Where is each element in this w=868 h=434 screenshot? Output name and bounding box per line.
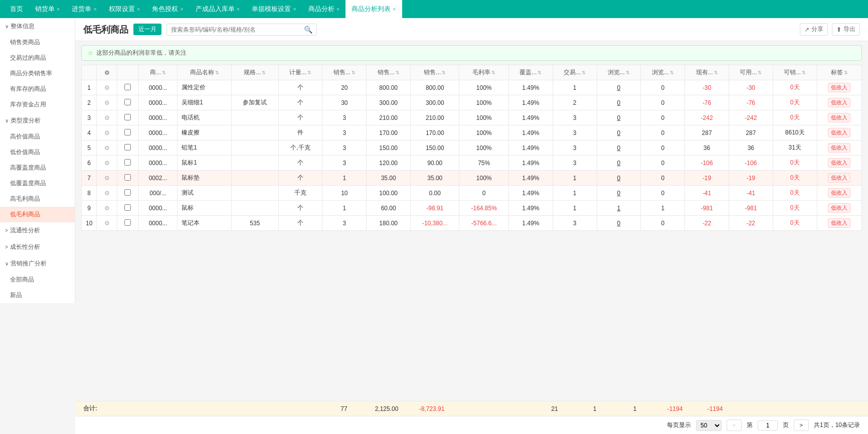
col-header-spec[interactable]: 规格...⇅ bbox=[232, 65, 279, 80]
col-header-gross_margin[interactable]: 毛利率⇅ bbox=[459, 65, 508, 80]
sidebar-item-低价值商品[interactable]: 低价值商品 bbox=[0, 144, 75, 160]
close-icon[interactable]: × bbox=[93, 6, 96, 12]
close-icon[interactable]: × bbox=[336, 6, 339, 12]
prev-page-button[interactable]: ＜ bbox=[727, 419, 742, 431]
close-icon[interactable]: × bbox=[393, 6, 396, 12]
row-browse1[interactable]: 0 bbox=[597, 140, 641, 156]
row-checkbox[interactable] bbox=[117, 156, 138, 171]
row-browse1[interactable]: 0 bbox=[597, 186, 641, 201]
sidebar-item-有库存的商品[interactable]: 有库存的商品 bbox=[0, 81, 75, 97]
total-label: 合计: bbox=[83, 404, 113, 413]
col-header-tag[interactable]: 标签⇅ bbox=[817, 65, 861, 80]
col-header-browse2[interactable]: 浏览...⇅ bbox=[641, 65, 685, 80]
row-checkbox[interactable] bbox=[117, 216, 138, 231]
nav-item-商品分析列表[interactable]: 商品分析列表× bbox=[345, 0, 402, 18]
row-browse1[interactable]: 0 bbox=[597, 171, 641, 186]
group-arrow-icon: > bbox=[5, 228, 8, 233]
row-checkbox-input[interactable] bbox=[124, 144, 131, 151]
row-checkbox-input[interactable] bbox=[124, 84, 131, 90]
row-checkbox[interactable] bbox=[117, 125, 138, 140]
nav-item-角色授权[interactable]: 角色授权× bbox=[146, 0, 189, 18]
sort-icon: ⇅ bbox=[215, 70, 219, 75]
row-browse1[interactable]: 0 bbox=[597, 110, 641, 125]
page-size-select[interactable]: 50 20 100 bbox=[696, 420, 722, 431]
sidebar-group-成长性分析[interactable]: >成长性分析 bbox=[0, 239, 75, 255]
nav-item-销货单[interactable]: 销货单× bbox=[29, 0, 66, 18]
col-header-sellable[interactable]: 可销...⇅ bbox=[773, 65, 817, 80]
sidebar-item-高价值商品[interactable]: 高价值商品 bbox=[0, 129, 75, 144]
row-checkbox-input[interactable] bbox=[124, 129, 131, 135]
row-browse1[interactable]: 0 bbox=[597, 80, 641, 95]
sidebar-item-高覆盖度商品[interactable]: 高覆盖度商品 bbox=[0, 160, 75, 176]
export-button[interactable]: ⬆ 导出 bbox=[832, 23, 860, 36]
row-checkbox-input[interactable] bbox=[124, 204, 131, 211]
close-icon[interactable]: × bbox=[237, 6, 240, 12]
row-browse1[interactable]: 0 bbox=[597, 125, 641, 140]
row-browse1[interactable]: 0 bbox=[597, 216, 641, 231]
sidebar-item-低毛利商品[interactable]: 低毛利商品 bbox=[0, 207, 75, 222]
col-header-current_stock[interactable]: 现有...⇅ bbox=[685, 65, 729, 80]
sidebar-item-高毛利商品[interactable]: 高毛利商品 bbox=[0, 191, 75, 207]
col-header-name[interactable]: 商品名称⇅ bbox=[178, 65, 232, 80]
sidebar-item-库存资金占用[interactable]: 库存资金占用 bbox=[0, 97, 75, 112]
sidebar-item-低覆盖度商品[interactable]: 低覆盖度商品 bbox=[0, 176, 75, 191]
col-header-coverage[interactable]: 覆盖...⇅ bbox=[508, 65, 553, 80]
sidebar-group-整体信息[interactable]: ∨整体信息 bbox=[0, 18, 75, 35]
row-coverage: 1.49% bbox=[508, 216, 553, 231]
col-header-browse1[interactable]: 浏览...⇅ bbox=[597, 65, 641, 80]
row-checkbox[interactable] bbox=[117, 80, 138, 95]
close-icon[interactable]: × bbox=[57, 6, 60, 12]
search-input[interactable] bbox=[171, 26, 304, 33]
period-button[interactable]: 近一月 bbox=[133, 24, 161, 35]
nav-item-首页[interactable]: 首页 bbox=[4, 0, 29, 18]
row-checkbox[interactable] bbox=[117, 186, 138, 201]
row-checkbox[interactable] bbox=[117, 95, 138, 110]
col-header-available[interactable]: 可用...⇅ bbox=[729, 65, 773, 80]
next-page-button[interactable]: ＞ bbox=[794, 419, 809, 431]
nav-item-进货单[interactable]: 进货单× bbox=[66, 0, 102, 18]
close-icon[interactable]: × bbox=[137, 6, 140, 12]
row-checkbox-input[interactable] bbox=[124, 159, 131, 166]
sidebar-group-类型度分析[interactable]: ∨类型度分析 bbox=[0, 112, 75, 129]
sidebar-item-销售类商品[interactable]: 销售类商品 bbox=[0, 35, 75, 50]
close-icon[interactable]: × bbox=[180, 6, 183, 12]
row-checkbox-input[interactable] bbox=[124, 99, 131, 105]
sidebar-item-交易过的商品[interactable]: 交易过的商品 bbox=[0, 50, 75, 66]
nav-item-产成品入库单[interactable]: 产成品入库单× bbox=[190, 0, 246, 18]
sidebar-item-商品分类销售率[interactable]: 商品分类销售率 bbox=[0, 66, 75, 81]
close-icon[interactable]: × bbox=[293, 6, 296, 12]
row-gross-margin: 100% bbox=[459, 110, 508, 125]
nav-item-单据模板设置[interactable]: 单据模板设置× bbox=[246, 0, 302, 18]
col-header-code[interactable]: 商...⇅ bbox=[138, 65, 177, 80]
col-header-sales_amount[interactable]: 销售...⇅ bbox=[411, 65, 459, 80]
row-checkbox-input[interactable] bbox=[124, 219, 131, 226]
page-input[interactable] bbox=[758, 420, 778, 430]
table-container: ⚙商...⇅商品名称⇅规格...⇅计量...⇅销售...⇅销售...⇅销售...… bbox=[75, 65, 868, 401]
row-checkbox[interactable] bbox=[117, 171, 138, 186]
row-checkbox[interactable] bbox=[117, 110, 138, 125]
row-checkbox-input[interactable] bbox=[124, 114, 131, 120]
row-checkbox-input[interactable] bbox=[124, 174, 131, 181]
col-header-sales_price[interactable]: 销售...⇅ bbox=[367, 65, 411, 80]
row-checkbox[interactable] bbox=[117, 201, 138, 216]
row-browse1[interactable]: 0 bbox=[597, 156, 641, 171]
sidebar-group-营销推广分析[interactable]: ∨营销推广分析 bbox=[0, 255, 75, 272]
col-header-transaction[interactable]: 交易...⇅ bbox=[553, 65, 597, 80]
row-checkbox[interactable] bbox=[117, 140, 138, 156]
col-header-sales_qty[interactable]: 销售...⇅ bbox=[322, 65, 367, 80]
sidebar-item-全部商品[interactable]: 全部商品 bbox=[0, 272, 75, 287]
row-checkbox-input[interactable] bbox=[124, 189, 131, 196]
row-available: -19 bbox=[729, 171, 773, 186]
nav-item-权限设置[interactable]: 权限设置× bbox=[103, 0, 146, 18]
col-header-unit[interactable]: 计量...⇅ bbox=[278, 65, 322, 80]
sort-icon: ⇅ bbox=[582, 70, 586, 75]
row-browse1[interactable]: 0 bbox=[597, 95, 641, 110]
row-coverage: 1.49% bbox=[508, 171, 553, 186]
row-code: 0000... bbox=[138, 110, 177, 125]
row-available: -41 bbox=[729, 186, 773, 201]
sidebar-item-新品[interactable]: 新品 bbox=[0, 287, 75, 303]
row-browse1[interactable]: 1 bbox=[597, 201, 641, 216]
nav-item-商品分析[interactable]: 商品分析× bbox=[302, 0, 345, 18]
sidebar-group-流通性分析[interactable]: >流通性分析 bbox=[0, 222, 75, 239]
share-button[interactable]: ↗ 分享 bbox=[800, 23, 828, 36]
